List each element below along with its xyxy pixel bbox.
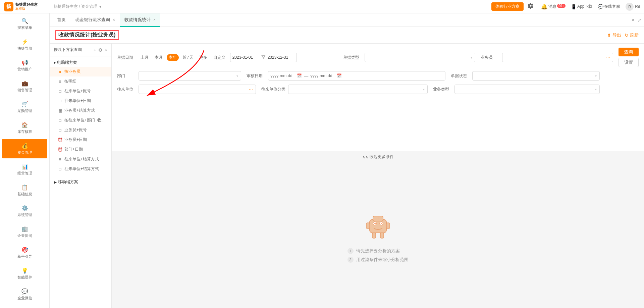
svg-rect-7 — [366, 223, 370, 229]
filter-area: 单据日期 上月 本月 本年 近7天 更多 自定义 — [112, 44, 644, 162]
biz-type-select[interactable]: ▾ — [454, 85, 600, 94]
partner-select[interactable]: ··· — [139, 85, 256, 94]
sidebar-item-basic-info[interactable]: 📋 基础信息 — [2, 181, 47, 200]
user-area[interactable]: R Rit — [626, 3, 640, 11]
sidebar-item-system[interactable]: ⚙️ 系统管理 — [2, 201, 47, 221]
scheme-add-icon[interactable]: + — [94, 47, 96, 53]
export-button[interactable]: ⬆ 导出 — [607, 32, 621, 38]
doc-status-chevron: ▾ — [595, 74, 597, 78]
sidebar-item-wechat[interactable]: 💬 企业微信 — [2, 285, 47, 304]
sidebar-item-sales[interactable]: 💼 销售管理 — [2, 76, 47, 96]
tab-expand-icon[interactable]: ⤢ — [637, 17, 641, 23]
tab-bank-flow-close[interactable]: × — [113, 17, 115, 22]
scheme-collapse-icon[interactable]: « — [105, 47, 107, 53]
sidebar-label-inventory: 库存核算 — [17, 129, 32, 134]
salesman-more-dots[interactable]: ··· — [606, 55, 610, 60]
scheme-item-partner-account[interactable]: □ 往来单位+账号 — [50, 86, 111, 96]
tab-bank-flow[interactable]: 现金银行流水查询 × — [70, 13, 120, 27]
date-tab-this-year[interactable]: 本年 — [167, 54, 179, 61]
breadcrumb: 畅捷通好生意 / 资金管理 ▾ — [54, 4, 491, 9]
online-service-area[interactable]: 💬 在线客服 — [598, 4, 620, 9]
sidebar-item-marketing[interactable]: 📢 营销推广 — [2, 56, 47, 75]
sidebar-item-quick-nav[interactable]: ⚡ 快捷导航 — [2, 35, 47, 54]
review-date-from-input[interactable] — [270, 73, 296, 78]
sidebar-label-finance: 资金管理 — [17, 150, 32, 155]
collapse-bar[interactable]: ∧∧ 收起更多条件 — [112, 151, 644, 162]
scheme-header-text: 按以下方案查询 — [54, 47, 92, 53]
top-right-area: 🔔 消息 99+ 📱 App下载 💬 在线客服 R Rit — [541, 3, 640, 11]
scheme-partner-date-label: 往来单位+日期 — [64, 98, 91, 104]
scheme-dept-date-icon: ⏰ — [58, 147, 62, 152]
page-content: 收款情况统计(按业务员) ⬆ 导出 ↻ 刷新 按以下 — [50, 27, 644, 308]
filter-item-partner-category: 往来单位分类 ▾ — [261, 85, 428, 94]
scheme-item-dept-date[interactable]: ⏰ 部门+日期 — [50, 145, 111, 154]
date-tab-this-month[interactable]: 本月 — [153, 54, 165, 61]
scheme-item-by-salesman[interactable]: ● 按业务员 — [50, 67, 111, 76]
scheme-item-partner-settlement1[interactable]: ≡ 往来单位+结算方式 — [50, 154, 111, 164]
partner-more-dots[interactable]: ··· — [249, 87, 253, 92]
review-date-calendar-icon2[interactable]: 📅 — [337, 73, 342, 78]
guide-icon: 🎯 — [21, 246, 28, 253]
breadcrumb-chevron[interactable]: ▾ — [99, 4, 101, 9]
notification-area[interactable]: 🔔 消息 99+ — [541, 3, 566, 10]
partner-category-select[interactable]: ▾ — [288, 85, 428, 94]
sidebar-item-member[interactable]: V 畅会员 — [2, 305, 47, 308]
scheme-partner-date-icon: □ — [58, 99, 62, 103]
salesman-select[interactable]: ··· — [502, 53, 613, 62]
top-header: 畅 畅捷通好生意 标准版 畅捷通好生意 / 资金管理 ▾ 体验行业方案 🔔 消息… — [0, 0, 644, 13]
sidebar-item-search-menu[interactable]: 🔍 搜索菜单 — [2, 14, 47, 34]
scheme-item-salesman-account[interactable]: □ 业务员+账号 — [50, 125, 111, 135]
dept-select[interactable]: ▾ — [139, 71, 241, 81]
doc-status-select[interactable]: ▾ — [472, 71, 600, 81]
scheme-salesman-settlement-icon: ▦ — [58, 108, 62, 113]
partner-category-chevron: ▾ — [423, 88, 425, 91]
sidebar-item-inventory[interactable]: 🏠 库存核算 — [2, 118, 47, 138]
scheme-desktop-group-header[interactable]: ▾ 电脑端方案 — [50, 58, 111, 67]
page-header-actions: ⬆ 导出 ↻ 刷新 — [607, 32, 639, 38]
sidebar-item-guide[interactable]: 🎯 新手引导 — [2, 243, 47, 262]
date-tab-last-7[interactable]: 近7天 — [181, 54, 195, 61]
doc-type-select[interactable]: ▾ — [365, 53, 476, 62]
tab-home-label: 首页 — [57, 17, 66, 23]
scheme-item-salesman-settlement[interactable]: ▦ 业务员+结算方式 — [50, 106, 111, 115]
scheme-item-salesman-date[interactable]: ⏰ 业务员+日期 — [50, 135, 111, 145]
scheme-mobile-group-header[interactable]: ▶ 移动端方案 — [50, 178, 111, 186]
tab-close-all-icon[interactable]: × — [632, 17, 635, 23]
date-tabs: 上月 本月 本年 近7天 更多 自定义 — [139, 54, 227, 61]
review-date-calendar-icon1[interactable]: 📅 — [297, 73, 302, 78]
scheme-item-partner-settlement2[interactable]: □ 往来单位+结算方式 — [50, 164, 111, 174]
sidebar-label-sales: 销售管理 — [17, 88, 32, 93]
scheme-item-partner-dept[interactable]: □ 按往来单位+部门+收... — [50, 115, 111, 125]
sidebar-item-purchase[interactable]: 🛒 采购管理 — [2, 97, 47, 117]
review-date-to-input[interactable] — [310, 73, 335, 78]
trial-button[interactable]: 体验行业方案 — [491, 2, 524, 11]
sidebar-item-smart-hw[interactable]: 💡 智能硬件 — [2, 264, 47, 283]
date-tab-custom[interactable]: 自定义 — [211, 54, 227, 61]
scheme-item-partner-date[interactable]: □ 往来单位+日期 — [50, 96, 111, 106]
sidebar-item-operations[interactable]: 📊 经营管理 — [2, 160, 47, 179]
filter-content-area: 单据日期 上月 本月 本年 近7天 更多 自定义 — [112, 44, 644, 308]
sales-icon: 💼 — [21, 80, 28, 87]
tab-home[interactable]: 首页 — [52, 13, 70, 27]
scheme-salesman-date-icon: ⏰ — [58, 138, 62, 142]
app-download-area[interactable]: 📱 App下载 — [571, 4, 592, 9]
tab-collection-stat[interactable]: 收款情况统计 × — [120, 13, 160, 27]
basic-info-icon: 📋 — [21, 184, 28, 191]
date-to-input[interactable] — [268, 55, 294, 60]
refresh-button[interactable]: ↻ 刷新 — [625, 32, 639, 38]
sidebar-item-enterprise[interactable]: 🏢 企业协同 — [2, 222, 47, 242]
sidebar-label-purchase: 采购管理 — [17, 108, 32, 113]
tab-collection-stat-close[interactable]: × — [153, 17, 156, 22]
date-tab-more[interactable]: 更多 — [197, 54, 209, 61]
scheme-settings-icon[interactable]: ⚙ — [98, 47, 103, 53]
app-download-label: App下载 — [577, 4, 592, 9]
date-separator: 至 — [261, 54, 266, 60]
settings-icon[interactable] — [528, 3, 536, 11]
settings-button[interactable]: 设置 — [619, 58, 639, 67]
scheme-item-by-detail[interactable]: ≡ 按明细 — [50, 76, 111, 86]
date-tab-last-month[interactable]: 上月 — [139, 54, 151, 61]
purchase-icon: 🛒 — [21, 101, 28, 107]
sidebar-item-finance[interactable]: 💰 资金管理 — [2, 139, 47, 158]
query-button[interactable]: 查询 — [619, 48, 639, 56]
date-from-input[interactable] — [232, 55, 259, 60]
